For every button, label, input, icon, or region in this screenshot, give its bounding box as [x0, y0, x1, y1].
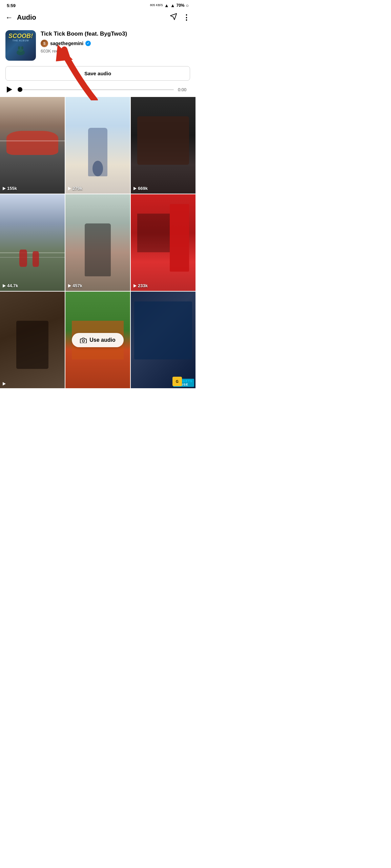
album-art-subtitle: THE ALBUM — [8, 39, 33, 42]
use-audio-button[interactable]: Use audio — [72, 333, 123, 347]
video-view-count: 233k — [133, 283, 148, 288]
camera-icon — [80, 337, 87, 343]
status-icons: 805 KB/S ▲ ▲ 70% ○ — [150, 3, 189, 8]
save-audio-button[interactable]: Save audio — [5, 66, 190, 81]
reels-count: 603K reels — [41, 48, 190, 54]
video-thumb[interactable]: 44.7k — [0, 194, 65, 291]
video-thumb[interactable]: 233k — [131, 194, 196, 291]
video-thumb[interactable]: 155k — [0, 97, 65, 194]
network-speed: 805 KB/S — [150, 4, 163, 7]
svg-point-3 — [18, 46, 20, 50]
wifi-icon: ▲ — [164, 3, 169, 8]
video-view-count — [3, 382, 7, 386]
video-thumb[interactable] — [0, 292, 65, 388]
header: ← Audio ⋮ — [0, 10, 196, 25]
header-left: ← Audio — [5, 13, 36, 22]
play-icon-small — [3, 284, 6, 288]
progress-dot — [18, 87, 22, 92]
video-thumb[interactable]: 457k — [65, 194, 130, 291]
time-display: 0:00 — [178, 87, 190, 92]
album-art: SCOOB! THE ALBUM — [5, 30, 36, 61]
battery-icon: ○ — [186, 3, 189, 8]
play-triangle-icon — [7, 86, 12, 93]
video-view-count: 669k — [133, 186, 148, 191]
play-button[interactable] — [5, 85, 14, 94]
play-icon-small — [3, 382, 6, 386]
video-grid: 155k 279k 669k 44.7k 457k — [0, 97, 196, 388]
play-icon-small — [133, 187, 137, 190]
artist-row: S sagethegemini ✓ — [41, 40, 190, 47]
play-icon-small — [68, 187, 71, 190]
signal-icon: ▲ — [170, 3, 175, 8]
header-right: ⋮ — [170, 13, 190, 22]
battery-level: 70% — [177, 3, 185, 8]
audio-title: Tick Tick Boom (feat. BygTwo3) — [41, 30, 190, 38]
video-thumb-use-audio[interactable]: Use audio — [65, 292, 130, 388]
artist-name[interactable]: sagethegemini — [50, 41, 83, 46]
play-icon-small — [68, 284, 71, 288]
video-thumb[interactable]: 669k — [131, 97, 196, 194]
video-view-count: 279k — [68, 186, 82, 191]
page-title: Audio — [17, 14, 36, 21]
svg-marker-0 — [170, 14, 177, 20]
artist-avatar: S — [41, 40, 48, 47]
video-thumb[interactable]: GADGETS TO USE G — [131, 292, 196, 388]
video-thumb[interactable]: 279k — [65, 97, 130, 194]
video-view-count: 457k — [68, 283, 82, 288]
status-time: 5:59 — [7, 3, 16, 8]
album-art-title: SCOOB! — [8, 33, 33, 40]
audio-player: 0:00 — [0, 81, 196, 97]
svg-point-4 — [21, 46, 23, 50]
play-icon-small — [133, 284, 137, 288]
status-bar: 5:59 805 KB/S ▲ ▲ 70% ○ — [0, 0, 196, 10]
verified-badge: ✓ — [85, 41, 91, 46]
svg-point-7 — [82, 340, 85, 342]
video-view-count: 44.7k — [3, 283, 18, 288]
audio-details: Tick Tick Boom (feat. BygTwo3) S sagethe… — [41, 30, 190, 54]
audio-info-section: SCOOB! THE ALBUM Tick Tick Boom (feat. B… — [0, 25, 196, 65]
use-audio-label: Use audio — [89, 337, 115, 343]
send-button[interactable] — [170, 13, 177, 22]
more-options-button[interactable]: ⋮ — [183, 13, 190, 22]
progress-bar[interactable] — [18, 89, 174, 90]
video-view-count: 155k — [3, 186, 17, 191]
back-button[interactable]: ← — [5, 13, 13, 22]
play-icon-small — [3, 187, 6, 190]
